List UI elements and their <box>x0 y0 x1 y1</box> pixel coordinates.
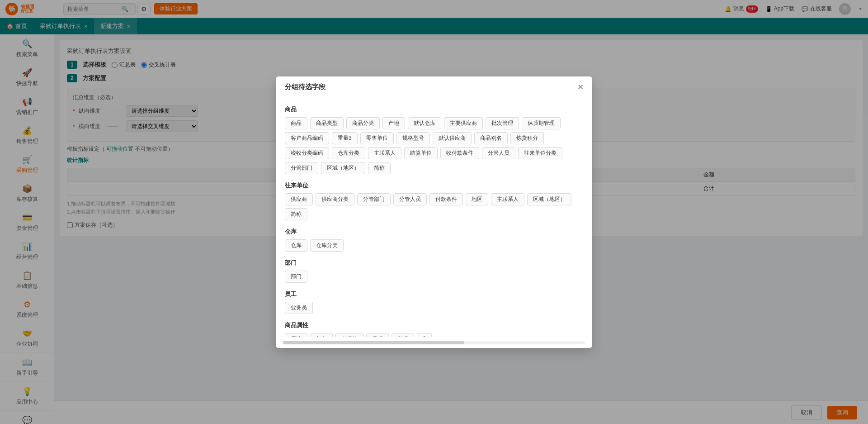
tag-goods-4[interactable]: 默认仓库 <box>408 117 441 129</box>
tag-partner-4[interactable]: 付款条件 <box>429 193 463 205</box>
modal-header: 分组待选字段 ✕ <box>276 76 592 98</box>
tag-partner-5[interactable]: 地区 <box>466 193 488 205</box>
tag-goods-22[interactable]: 分管部门 <box>285 162 318 174</box>
tag-goods-11[interactable]: 规格型号 <box>396 132 430 144</box>
tag-goods-21[interactable]: 往来单位分类 <box>518 147 562 159</box>
tag-goods-13[interactable]: 商品别名 <box>474 132 508 144</box>
tag-goods-24[interactable]: 简称 <box>368 162 391 174</box>
tag-goods-7[interactable]: 保质期管理 <box>522 117 561 129</box>
modal-title: 分组待选字段 <box>285 83 326 91</box>
modal-overlay[interactable]: 分组待选字段 ✕ 商品 商品 商品类型 商品分类 产地 默认仓库 主要供应商 批… <box>0 0 868 242</box>
tag-goods-2[interactable]: 商品分类 <box>346 117 380 129</box>
section-goods-title: 商品 <box>285 105 583 114</box>
tag-partner-7[interactable]: 区域（地区） <box>527 193 571 205</box>
tag-partner-3[interactable]: 分管人员 <box>393 193 427 205</box>
tag-goods-14[interactable]: 炼货积分 <box>510 132 544 144</box>
tag-partner-6[interactable]: 主联系人 <box>491 193 524 205</box>
modal-body: 商品 商品 商品类型 商品分类 产地 默认仓库 主要供应商 批次管理 保质期管理… <box>276 98 592 242</box>
section-goods: 商品 商品 商品类型 商品分类 产地 默认仓库 主要供应商 批次管理 保质期管理… <box>285 105 583 174</box>
tag-goods-8[interactable]: 客户商品编码 <box>285 132 329 144</box>
tag-goods-20[interactable]: 分管人员 <box>482 147 515 159</box>
tag-partner-1[interactable]: 供应商分类 <box>316 193 354 205</box>
tag-goods-23[interactable]: 区域（地区） <box>321 162 365 174</box>
tag-goods-1[interactable]: 商品类型 <box>310 117 344 129</box>
tag-goods-19[interactable]: 收付款条件 <box>440 147 479 159</box>
section-partner-title: 往来单位 <box>285 181 583 190</box>
tag-goods-15[interactable]: 税收分类编码 <box>285 147 329 159</box>
tag-goods-6[interactable]: 批次管理 <box>486 117 519 129</box>
tag-partner-0[interactable]: 供应商 <box>285 193 313 205</box>
section-warehouse: 仓库 仓库 仓库分类 <box>285 228 583 242</box>
warehouse-tags: 仓库 仓库分类 <box>285 239 583 242</box>
tag-goods-16[interactable]: 仓库分类 <box>332 147 365 159</box>
tag-partner-8[interactable]: 简称 <box>285 208 307 220</box>
tag-goods-5[interactable]: 主要供应商 <box>444 117 483 129</box>
tag-goods-10[interactable]: 零售单位 <box>360 132 394 144</box>
tag-goods-18[interactable]: 结算单位 <box>404 147 438 159</box>
modal: 分组待选字段 ✕ 商品 商品 商品类型 商品分类 产地 默认仓库 主要供应商 批… <box>276 76 592 242</box>
tag-goods-9[interactable]: 重量3 <box>332 132 358 144</box>
tag-goods-0[interactable]: 商品 <box>285 117 307 129</box>
modal-close-button[interactable]: ✕ <box>577 83 583 91</box>
tag-goods-17[interactable]: 主联系人 <box>368 147 401 159</box>
partner-tags: 供应商 供应商分类 分管部门 分管人员 付款条件 地区 主联系人 区域（地区） … <box>285 193 583 220</box>
section-partner: 往来单位 供应商 供应商分类 分管部门 分管人员 付款条件 地区 主联系人 区域… <box>285 181 583 220</box>
tag-warehouse-1[interactable]: 仓库分类 <box>310 239 344 242</box>
tag-warehouse-0[interactable]: 仓库 <box>285 239 307 242</box>
tag-partner-2[interactable]: 分管部门 <box>357 193 391 205</box>
section-warehouse-title: 仓库 <box>285 228 583 236</box>
tag-goods-12[interactable]: 默认供应商 <box>433 132 472 144</box>
goods-tags: 商品 商品类型 商品分类 产地 默认仓库 主要供应商 批次管理 保质期管理 客户… <box>285 117 583 174</box>
tag-goods-3[interactable]: 产地 <box>382 117 405 129</box>
